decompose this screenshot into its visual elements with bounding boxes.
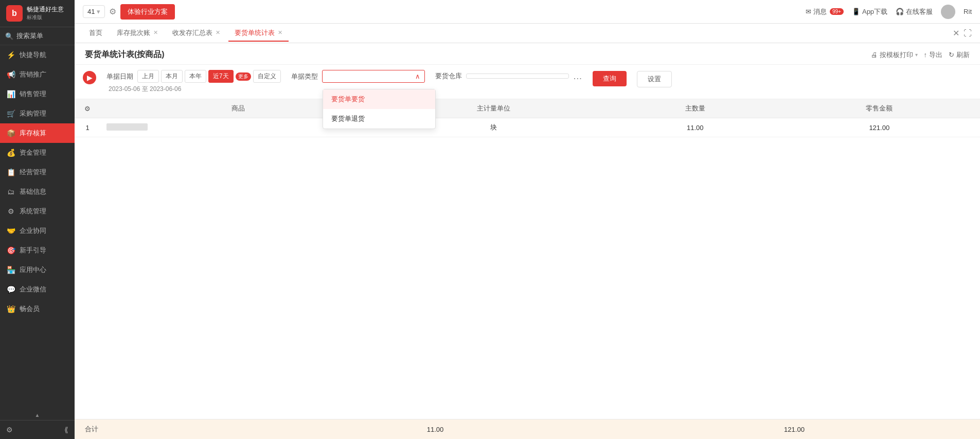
- sidebar-item-appstore[interactable]: 🏪 应用中心: [0, 260, 75, 280]
- scroll-up-icon: ▲: [35, 412, 40, 418]
- filter-expand-btn[interactable]: ▶: [83, 71, 96, 84]
- tab-recv-summary[interactable]: 收发存汇总表 ✕: [166, 25, 226, 42]
- row-quantity: 11.00: [612, 118, 778, 137]
- search-icon: 🔍: [5, 32, 13, 40]
- date-btn-7days[interactable]: 近7天: [208, 70, 234, 83]
- refresh-btn[interactable]: ↻ 刷新: [949, 50, 970, 60]
- topbar-right: ✉ 消息 99+ 📱 App下载 🎧 在线客服 Rit: [806, 5, 972, 19]
- footer-quantity: 11.00: [256, 426, 615, 433]
- tab-order-summary[interactable]: 要货单统计表 ✕: [228, 25, 289, 42]
- date-btn-last-month[interactable]: 上月: [137, 70, 159, 83]
- tab-order-summary-close[interactable]: ✕: [278, 29, 282, 36]
- sidebar-item-label: 企业微信: [20, 285, 46, 294]
- settings-th[interactable]: ⚙: [75, 99, 100, 118]
- export-btn[interactable]: ↑ 导出: [924, 50, 943, 60]
- fullscreen-btn[interactable]: ⛶: [964, 29, 972, 38]
- online-service-btn[interactable]: 🎧 在线客服: [896, 7, 933, 16]
- sidebar-item-operations[interactable]: 📋 经营管理: [0, 162, 75, 182]
- date-filter-group: 单据日期 上月 本月 本年 近7天 更多 自定义 2023-05-06 至 20…: [106, 70, 281, 94]
- type-select[interactable]: ∧ 要货单要货 要货单退货: [322, 70, 425, 83]
- sidebar-item-label: 资金管理: [20, 148, 46, 157]
- sidebar-item-vip[interactable]: 👑 畅会员: [0, 299, 75, 319]
- close-all-tabs-btn[interactable]: ✕: [953, 28, 959, 38]
- print-icon: 🖨: [871, 51, 878, 59]
- sidebar-item-quick-nav[interactable]: ⚡ 快捷导航: [0, 45, 75, 65]
- dropdown-item-order-return[interactable]: 要货单退货: [323, 109, 435, 129]
- warehouse-filter-group: 要货仓库 …: [435, 70, 582, 82]
- th-quantity: 主数量: [612, 99, 778, 118]
- filter-bar: ▶ 单据日期 上月 本月 本年 近7天 更多 自定义 2023-05-06 至 …: [75, 65, 980, 99]
- footer-collapse-icon[interactable]: ⟪: [64, 426, 68, 434]
- topbar-settings-icon[interactable]: ⚙: [109, 7, 116, 16]
- date-filter-row: 单据日期 上月 本月 本年 近7天 更多 自定义: [106, 70, 281, 83]
- sidebar-item-finance[interactable]: 💰 资金管理: [0, 143, 75, 162]
- sidebar-item-inventory[interactable]: 📦 库存核算: [0, 123, 75, 143]
- sidebar-scroll-up-btn[interactable]: ▲: [0, 410, 75, 420]
- setup-btn[interactable]: 设置: [637, 71, 672, 87]
- warehouse-select[interactable]: [466, 74, 569, 79]
- sidebar-item-sales[interactable]: 📊 销售管理: [0, 84, 75, 104]
- date-range-text: 2023-05-06 至 2023-06-06: [109, 85, 281, 94]
- sidebar-item-marketing[interactable]: 📢 营销推广: [0, 65, 75, 84]
- type-input[interactable]: [327, 72, 415, 80]
- vip-icon: 👑: [6, 304, 15, 314]
- sidebar-item-collab[interactable]: 🤝 企业协同: [0, 221, 75, 241]
- footer-settings-icon[interactable]: ⚙: [6, 426, 13, 434]
- sidebar-item-label: 采购管理: [20, 109, 46, 118]
- message-label: 消息: [813, 7, 827, 16]
- date-filter-label: 单据日期: [106, 72, 133, 81]
- refresh-label: 刷新: [956, 50, 970, 60]
- app-name-block: 畅捷通好生意 标准版: [27, 6, 64, 21]
- sidebar-item-label: 系统管理: [20, 207, 46, 216]
- quick-nav-icon: ⚡: [6, 50, 15, 60]
- sidebar-item-purchase[interactable]: 🛒 采购管理: [0, 104, 75, 123]
- date-custom-btn[interactable]: 自定义: [253, 70, 281, 83]
- dropdown-item-order-request[interactable]: 要货单要货: [323, 89, 435, 109]
- date-btn-this-month[interactable]: 本月: [161, 70, 183, 83]
- date-more-badge[interactable]: 更多: [236, 72, 251, 81]
- store-dropdown-icon: ▾: [97, 8, 100, 15]
- sidebar-item-label: 经营管理: [20, 168, 46, 177]
- tab-batch-account[interactable]: 库存批次账 ✕: [111, 25, 164, 42]
- print-btn[interactable]: 🖨 按模板打印 ▾: [871, 50, 918, 60]
- sidebar-item-guide[interactable]: 🎯 新手引导: [0, 241, 75, 260]
- sidebar-item-label: 企业协同: [20, 226, 46, 235]
- type-select-arrow[interactable]: ∧: [415, 72, 420, 80]
- tab-recv-summary-label: 收发存汇总表: [172, 28, 212, 38]
- app-sub: 标准版: [27, 14, 64, 21]
- refresh-icon: ↻: [949, 51, 954, 59]
- warehouse-filter-label: 要货仓库: [435, 71, 462, 81]
- tab-recv-summary-close[interactable]: ✕: [216, 29, 220, 36]
- trial-btn[interactable]: 体验行业方案: [120, 4, 175, 20]
- store-number: 41: [87, 8, 95, 15]
- store-selector[interactable]: 41 ▾: [83, 5, 105, 18]
- tab-home[interactable]: 首页: [83, 25, 109, 42]
- basic-icon: 🗂: [6, 187, 15, 196]
- sidebar-item-system[interactable]: ⚙ 系统管理: [0, 202, 75, 221]
- message-btn[interactable]: ✉ 消息 99+: [806, 7, 844, 16]
- sidebar-item-basic[interactable]: 🗂 基础信息: [0, 182, 75, 202]
- guide-icon: 🎯: [6, 246, 15, 255]
- collab-icon: 🤝: [6, 226, 15, 235]
- system-icon: ⚙: [6, 207, 15, 216]
- query-btn[interactable]: 查询: [593, 71, 627, 86]
- sidebar-item-label: 库存核算: [20, 129, 46, 138]
- search-menu-btn[interactable]: 🔍 搜索菜单: [0, 27, 75, 45]
- sidebar-item-label: 畅会员: [20, 304, 40, 314]
- export-icon: ↑: [924, 51, 928, 59]
- app-download-btn[interactable]: 📱 App下载: [852, 7, 887, 16]
- date-btn-this-year[interactable]: 本年: [185, 70, 206, 83]
- main-content: 41 ▾ ⚙ 体验行业方案 ✉ 消息 99+ 📱 App下载 🎧 在线客服 Ri…: [75, 0, 980, 439]
- message-icon: ✉: [806, 8, 811, 15]
- footer-total-label: 合计: [85, 425, 98, 433]
- th-amount: 零售金额: [779, 99, 980, 118]
- column-settings-icon[interactable]: ⚙: [84, 105, 91, 113]
- data-table: ⚙ 商品 主计量单位 主数量 零售金额 1 块: [75, 99, 980, 137]
- user-avatar[interactable]: [941, 5, 955, 19]
- table-row: 1 块 11.00 121.00: [75, 118, 980, 137]
- finance-icon: 💰: [6, 148, 15, 157]
- filter-more-btn[interactable]: …: [573, 71, 582, 82]
- sidebar-item-wechat[interactable]: 💬 企业微信: [0, 280, 75, 299]
- page-content: 要货单统计表(按商品) 🖨 按模板打印 ▾ ↑ 导出 ↻ 刷新 ▶: [75, 43, 980, 439]
- tab-batch-account-close[interactable]: ✕: [153, 29, 158, 36]
